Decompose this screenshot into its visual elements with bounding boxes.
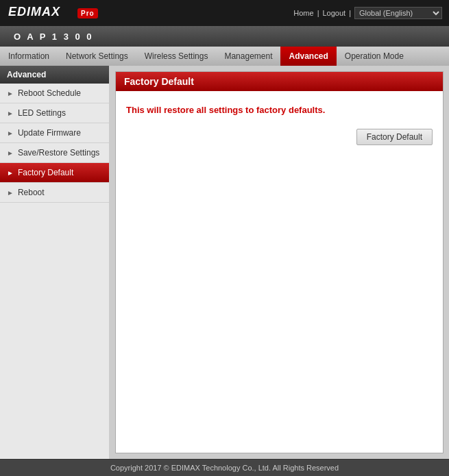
arrow-icon: ► xyxy=(7,90,14,97)
sidebar-item-label: LED Settings xyxy=(18,108,66,118)
arrow-icon: ► xyxy=(7,149,14,157)
content-body: This will restore all settings to factor… xyxy=(116,91,443,142)
sidebar-item-factory-default[interactable]: ► Factory Default xyxy=(0,163,109,183)
svg-text:EDIMAX: EDIMAX xyxy=(8,5,60,18)
sidebar-item-led-settings[interactable]: ► LED Settings xyxy=(0,103,109,123)
nav-advanced[interactable]: Advanced xyxy=(280,47,336,66)
sidebar-item-save-restore[interactable]: ► Save/Restore Settings xyxy=(0,143,109,163)
nav-management[interactable]: Management xyxy=(216,47,280,66)
nav-wireless-settings[interactable]: Wireless Settings xyxy=(136,47,217,66)
sidebar-item-label: Factory Default xyxy=(18,168,73,177)
home-link[interactable]: Home xyxy=(293,9,313,17)
content-wrapper: Advanced ► Reboot Schedule ► LED Setting… xyxy=(0,66,449,459)
content-box: Factory Default This will restore all se… xyxy=(115,71,444,453)
copyright-text: Copyright 2017 © EDIMAX Technology Co., … xyxy=(110,464,339,472)
nav-information[interactable]: Information xyxy=(0,47,58,66)
sidebar: Advanced ► Reboot Schedule ► LED Setting… xyxy=(0,66,110,459)
sidebar-title: Advanced xyxy=(0,66,109,84)
edimax-logo-text: EDIMAX xyxy=(7,3,75,23)
header-right: Home | Logout | Global (English) Chinese… xyxy=(293,7,442,19)
sidebar-item-label: Reboot Schedule xyxy=(18,88,81,98)
pro-badge: Pro xyxy=(77,8,98,18)
device-bar: O A P 1 3 0 0 xyxy=(0,26,449,47)
main-nav: Information Network Settings Wireless Se… xyxy=(0,47,449,66)
restore-message: This will restore all settings to factor… xyxy=(126,105,433,115)
sidebar-item-reboot-schedule[interactable]: ► Reboot Schedule xyxy=(0,84,109,103)
language-select[interactable]: Global (English) Chinese (Traditional) C… xyxy=(354,7,442,19)
sidebar-item-reboot[interactable]: ► Reboot xyxy=(0,183,109,203)
sidebar-item-label: Save/Restore Settings xyxy=(18,148,99,158)
page-title: Factory Default xyxy=(116,72,443,91)
separator1: | xyxy=(317,9,319,17)
device-name: O A P 1 3 0 0 xyxy=(14,32,94,42)
nav-network-settings[interactable]: Network Settings xyxy=(58,47,136,66)
logo: EDIMAX Pro xyxy=(7,3,98,23)
arrow-icon: ► xyxy=(7,169,14,177)
arrow-icon: ► xyxy=(7,129,14,137)
sidebar-item-update-firmware[interactable]: ► Update Firmware xyxy=(0,123,109,143)
nav-operation-mode[interactable]: Operation Mode xyxy=(337,47,412,66)
arrow-icon: ► xyxy=(7,189,14,197)
header: EDIMAX Pro Home | Logout | Global (Engli… xyxy=(0,0,449,26)
footer: Copyright 2017 © EDIMAX Technology Co., … xyxy=(0,459,449,476)
main-content: Factory Default This will restore all se… xyxy=(110,66,449,459)
factory-default-button[interactable]: Factory Default xyxy=(356,129,433,145)
logout-link[interactable]: Logout xyxy=(322,9,345,17)
sidebar-item-label: Update Firmware xyxy=(18,128,81,138)
arrow-icon: ► xyxy=(7,110,14,117)
separator2: | xyxy=(349,9,351,17)
sidebar-item-label: Reboot xyxy=(18,188,45,197)
